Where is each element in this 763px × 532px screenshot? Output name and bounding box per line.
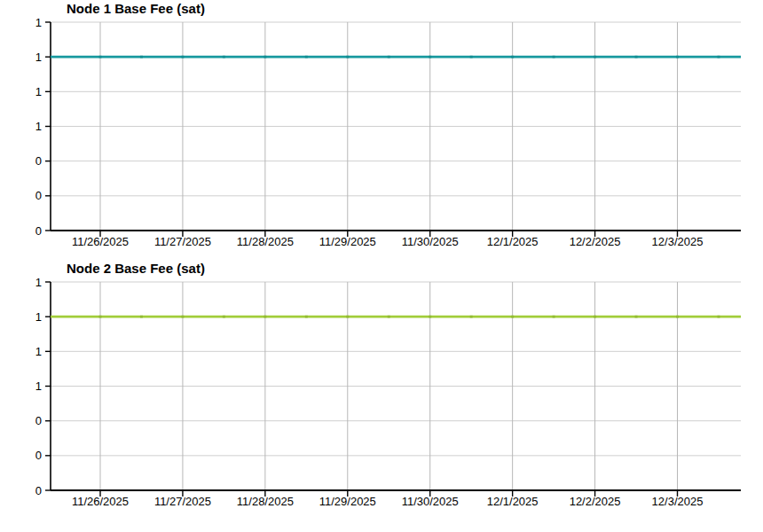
y-tick-label: 1 (35, 276, 42, 289)
series-marker (140, 56, 143, 59)
series-marker (511, 56, 514, 59)
x-tick-label: 11/26/2025 (72, 495, 129, 508)
series-marker (511, 316, 514, 318)
x-tick-label: 11/28/2025 (237, 235, 294, 248)
series-marker (99, 56, 102, 59)
y-tick-label: 1 (35, 51, 42, 64)
y-tick-label: 0 (35, 154, 42, 168)
series-marker (594, 316, 596, 318)
series-marker (553, 316, 555, 318)
series-marker (594, 56, 596, 59)
series-marker (388, 56, 390, 59)
series-marker (99, 316, 102, 318)
series-marker (717, 56, 720, 59)
x-tick-label: 12/2/2025 (570, 235, 621, 248)
x-tick-label: 11/30/2025 (402, 235, 459, 248)
node2-base-fee-plot: 111100011/26/202511/27/202511/28/202511/… (0, 260, 763, 519)
series-marker (264, 316, 266, 318)
y-tick-label: 1 (35, 16, 42, 29)
chart-node2-base-fee: Node 2 Base Fee (sat) 111100011/26/20251… (0, 260, 763, 519)
chart-node1-base-fee: Node 1 Base Fee (sat) 111100011/26/20251… (0, 0, 763, 259)
series-marker (717, 316, 720, 318)
series-marker (429, 56, 431, 59)
x-tick-label: 12/3/2025 (652, 235, 704, 248)
y-tick-label: 1 (35, 345, 42, 358)
series-marker (470, 316, 473, 318)
series-marker (346, 316, 349, 318)
series-marker (181, 56, 184, 59)
series-marker (676, 56, 679, 59)
x-tick-label: 11/28/2025 (237, 495, 294, 508)
x-tick-label: 12/2/2025 (570, 495, 621, 508)
series-marker (553, 56, 555, 59)
series-marker (223, 316, 225, 318)
series-marker (305, 56, 308, 59)
y-tick-label: 1 (35, 310, 42, 324)
series-marker (264, 56, 266, 59)
series-marker (346, 56, 349, 59)
x-tick-label: 11/30/2025 (402, 495, 459, 508)
series-marker (635, 316, 638, 318)
y-tick-label: 0 (35, 189, 42, 202)
fee-report-page: Node 1 Base Fee (sat) 111100011/26/20251… (0, 0, 763, 532)
x-tick-label: 11/27/2025 (154, 235, 211, 248)
series-marker (181, 316, 184, 318)
series-marker (470, 56, 473, 59)
x-tick-label: 11/29/2025 (319, 495, 376, 508)
x-tick-label: 12/1/2025 (487, 235, 539, 248)
y-tick-label: 1 (35, 85, 42, 98)
node1-base-fee-plot: 111100011/26/202511/27/202511/28/202511/… (0, 0, 763, 259)
series-marker (223, 56, 225, 59)
series-marker (305, 316, 308, 318)
x-tick-label: 12/1/2025 (487, 495, 539, 508)
series-marker (140, 316, 143, 318)
series-marker (388, 316, 390, 318)
y-tick-label: 1 (35, 120, 42, 133)
series-marker (676, 316, 679, 318)
y-tick-label: 0 (35, 414, 42, 427)
y-tick-label: 0 (35, 449, 42, 462)
x-tick-label: 11/29/2025 (319, 235, 376, 248)
series-marker (635, 56, 638, 59)
x-tick-label: 12/3/2025 (652, 495, 704, 508)
x-tick-label: 11/27/2025 (154, 495, 211, 508)
y-tick-label: 1 (35, 379, 42, 393)
y-tick-label: 0 (35, 484, 42, 497)
series-marker (429, 316, 431, 318)
x-tick-label: 11/26/2025 (72, 235, 129, 248)
y-tick-label: 0 (35, 224, 42, 238)
